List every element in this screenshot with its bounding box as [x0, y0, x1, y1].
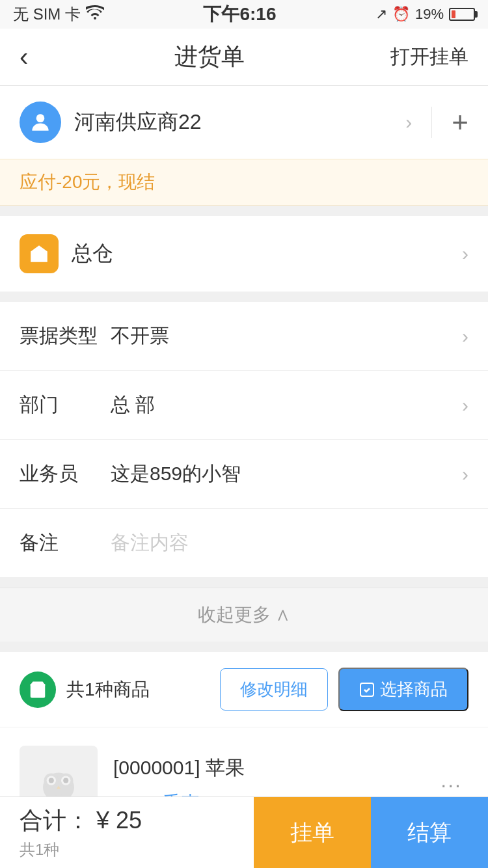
- alarm-icon: ⏰: [392, 6, 410, 23]
- select-product-icon: [359, 682, 375, 698]
- svg-point-10: [49, 778, 54, 783]
- warehouse-section: 总仓 ›: [0, 216, 488, 292]
- dept-value: 总 部: [111, 392, 462, 418]
- dept-chevron-icon: ›: [462, 394, 468, 416]
- carrier-label: 无 SIM 卡: [13, 4, 81, 25]
- status-left: 无 SIM 卡: [13, 4, 104, 25]
- remark-row[interactable]: 备注 备注内容: [0, 509, 488, 577]
- total-label: 合计：: [20, 807, 90, 834]
- svg-rect-1: [35, 254, 38, 258]
- supplier-avatar: [20, 102, 61, 143]
- total-value: ¥ 25: [96, 807, 142, 834]
- remark-input[interactable]: 备注内容: [111, 530, 468, 556]
- warehouse-chevron-icon: ›: [462, 243, 468, 265]
- remark-label: 备注: [20, 530, 111, 556]
- product-code: [0000001]: [113, 757, 200, 778]
- supplier-info-banner: 应付-20元，现结: [0, 159, 488, 206]
- product-header: 共1种商品 修改明细 选择商品: [0, 652, 488, 727]
- home-icon: [28, 243, 50, 265]
- person-icon: [28, 110, 53, 135]
- svg-point-11: [63, 778, 68, 783]
- supplier-section: 河南供应商22 › + 应付-20元，现结: [0, 86, 488, 206]
- supplier-name: 河南供应商22: [74, 108, 405, 137]
- add-supplier-button[interactable]: +: [452, 106, 468, 139]
- status-time: 下午6:16: [203, 2, 276, 27]
- sales-value: 这是859的小智: [111, 461, 462, 487]
- battery-percent: 19%: [415, 6, 444, 23]
- supplier-chevron-icon: ›: [405, 111, 412, 133]
- bottom-bar: 合计： ¥ 25 共1种 挂单 结算: [0, 796, 488, 868]
- battery-icon: [449, 8, 475, 21]
- total-count: 共1种: [20, 839, 234, 860]
- total-amount: 合计： ¥ 25: [20, 805, 234, 837]
- warehouse-name: 总仓: [72, 239, 462, 268]
- sales-row[interactable]: 业务员 这是859的小智 ›: [0, 440, 488, 509]
- product-count-text: 共1种商品: [66, 677, 220, 702]
- cart-icon: [28, 680, 47, 699]
- edit-detail-button[interactable]: 修改明细: [220, 668, 328, 711]
- pending-button[interactable]: 挂单: [254, 797, 371, 869]
- checkout-button[interactable]: 结算: [371, 797, 488, 869]
- wifi-icon: [86, 5, 104, 23]
- invoice-label: 票据类型: [20, 323, 111, 349]
- svg-point-0: [36, 114, 45, 122]
- back-button[interactable]: ‹: [20, 42, 28, 72]
- warehouse-row[interactable]: 总仓 ›: [0, 216, 488, 292]
- svg-rect-4: [360, 683, 373, 696]
- svg-rect-2: [40, 254, 42, 258]
- dept-row[interactable]: 部门 总 部 ›: [0, 371, 488, 440]
- form-section: 票据类型 不开票 › 部门 总 部 › 业务员 这是859的小智 › 备注 备注…: [0, 302, 488, 577]
- select-product-button[interactable]: 选择商品: [338, 668, 468, 711]
- total-section: 合计： ¥ 25 共1种: [0, 805, 254, 860]
- invoice-value: 不开票: [111, 323, 462, 349]
- product-count-icon: [20, 671, 56, 708]
- supplier-row[interactable]: 河南供应商22 › +: [0, 86, 488, 159]
- invoice-chevron-icon: ›: [462, 325, 468, 347]
- open-pending-button[interactable]: 打开挂单: [390, 44, 468, 70]
- invoice-row[interactable]: 票据类型 不开票 ›: [0, 302, 488, 371]
- location-icon: ↗: [375, 6, 387, 23]
- dept-label: 部门: [20, 392, 111, 418]
- page-title: 进货单: [174, 41, 245, 73]
- select-product-label: 选择商品: [380, 678, 448, 701]
- nav-bar: ‹ 进货单 打开挂单: [0, 29, 488, 86]
- warehouse-icon: [20, 234, 59, 273]
- product-name: [0000001] 苹果: [113, 755, 434, 781]
- sales-label: 业务员: [20, 461, 111, 487]
- status-right: ↗ ⏰ 19%: [375, 6, 475, 23]
- divider: [431, 107, 432, 138]
- product-title: 苹果: [206, 757, 245, 778]
- status-bar: 无 SIM 卡 下午6:16 ↗ ⏰ 19%: [0, 0, 488, 29]
- collapse-toggle[interactable]: 收起更多 ∧: [0, 588, 488, 642]
- sales-chevron-icon: ›: [462, 463, 468, 485]
